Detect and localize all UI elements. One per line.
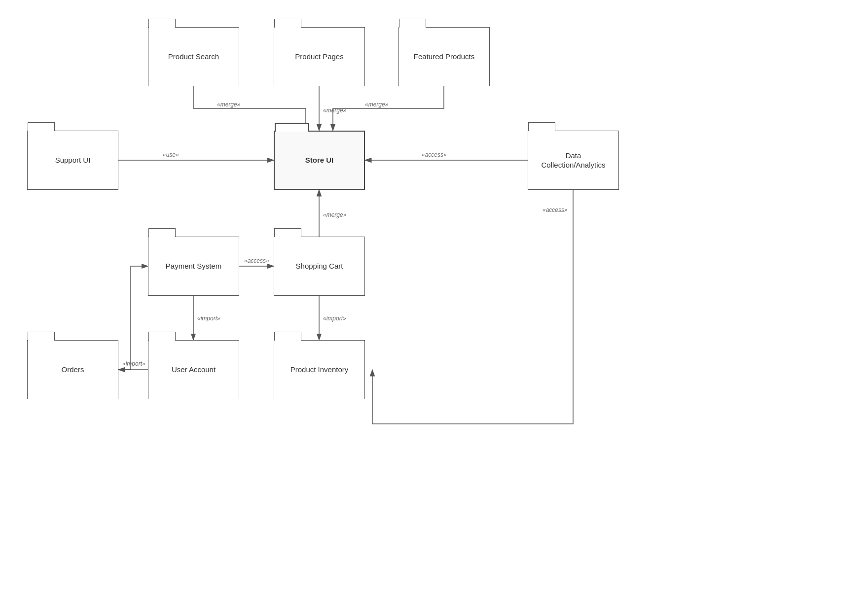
package-featured-products: Featured Products bbox=[398, 27, 490, 86]
label-shopping-cart: Shopping Cart bbox=[296, 261, 343, 271]
svg-text:«merge»: «merge» bbox=[217, 101, 241, 108]
label-payment-system: Payment System bbox=[166, 261, 221, 271]
svg-text:«access»: «access» bbox=[244, 257, 269, 264]
package-product-search: Product Search bbox=[148, 27, 239, 86]
arrows-svg: «merge» «merge» «merge» «use» «access» «… bbox=[0, 0, 868, 589]
label-product-pages: Product Pages bbox=[295, 52, 343, 62]
label-product-search: Product Search bbox=[168, 52, 219, 62]
label-orders: Orders bbox=[62, 365, 84, 375]
package-orders: Orders bbox=[27, 340, 118, 399]
svg-text:«import»: «import» bbox=[122, 360, 145, 367]
label-user-account: User Account bbox=[172, 365, 216, 375]
label-data-collection: DataCollection/Analytics bbox=[541, 151, 605, 170]
svg-text:«merge»: «merge» bbox=[323, 211, 347, 218]
label-featured-products: Featured Products bbox=[414, 52, 474, 62]
svg-text:«merge»: «merge» bbox=[365, 101, 389, 108]
label-product-inventory: Product Inventory bbox=[290, 365, 349, 375]
svg-text:«merge»: «merge» bbox=[323, 107, 347, 114]
svg-text:«import»: «import» bbox=[323, 315, 346, 322]
package-product-pages: Product Pages bbox=[274, 27, 365, 86]
label-store-ui: Store UI bbox=[305, 155, 334, 165]
package-shopping-cart: Shopping Cart bbox=[274, 237, 365, 296]
package-product-inventory: Product Inventory bbox=[274, 340, 365, 399]
svg-text:«use»: «use» bbox=[163, 151, 179, 158]
package-data-collection: DataCollection/Analytics bbox=[528, 131, 619, 190]
svg-text:«access»: «access» bbox=[422, 151, 447, 158]
package-support-ui: Support UI bbox=[27, 131, 118, 190]
package-store-ui: Store UI bbox=[274, 131, 365, 190]
svg-text:«access»: «access» bbox=[542, 207, 568, 213]
label-support-ui: Support UI bbox=[55, 155, 91, 165]
package-user-account: User Account bbox=[148, 340, 239, 399]
package-payment-system: Payment System bbox=[148, 237, 239, 296]
diagram-container: «merge» «merge» «merge» «use» «access» «… bbox=[0, 0, 868, 589]
svg-text:«import»: «import» bbox=[197, 315, 220, 322]
